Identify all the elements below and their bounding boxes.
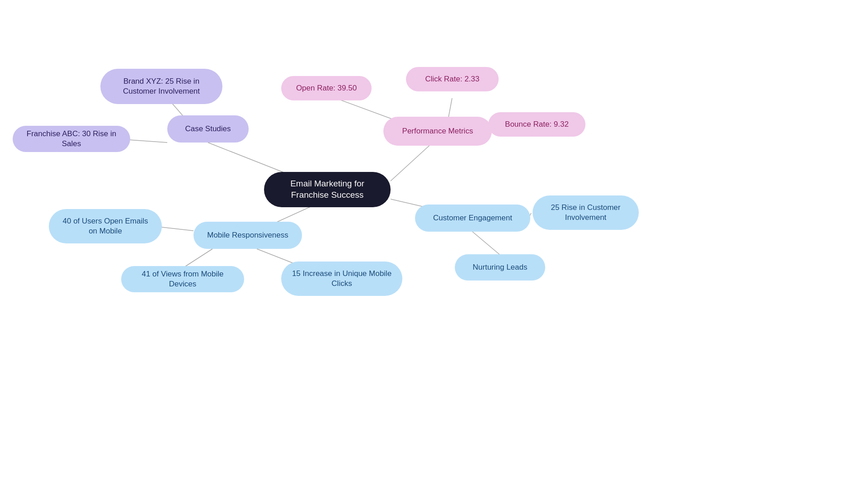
views-mobile-label: 41 of Views from Mobile Devices [131,269,234,289]
svg-line-10 [184,249,212,267]
rise-customer-label: 25 Rise in Customer Involvement [542,203,629,223]
unique-mobile-clicks-label: 15 Increase in Unique Mobile Clicks [291,269,392,289]
center-label: Email Marketing for Franchise Success [274,178,381,200]
customer-engagement-label: Customer Engagement [433,213,512,223]
bounce-rate-node: Bounce Rate: 9.32 [488,112,585,137]
franchise-abc-node: Franchise ABC: 30 Rise in Sales [13,126,130,152]
case-studies-label: Case Studies [185,124,231,134]
performance-metrics-label: Performance Metrics [402,126,473,136]
open-emails-mobile-label: 40 of Users Open Emails on Mobile [59,216,152,236]
rise-customer-node: 25 Rise in Customer Involvement [533,195,639,230]
unique-mobile-clicks-node: 15 Increase in Unique Mobile Clicks [281,262,402,296]
brand-xyz-label: Brand XYZ: 25 Rise in Customer Involveme… [110,76,212,96]
nurturing-leads-node: Nurturing Leads [455,254,545,281]
performance-metrics-node: Performance Metrics [383,117,492,146]
customer-engagement-node: Customer Engagement [415,205,530,232]
click-rate-label: Click Rate: 2.33 [425,74,480,84]
bounce-rate-label: Bounce Rate: 9.32 [505,119,569,129]
open-rate-label: Open Rate: 39.50 [296,83,357,93]
center-node: Email Marketing for Franchise Success [264,172,391,207]
svg-line-5 [129,140,167,143]
franchise-abc-label: Franchise ABC: 30 Rise in Sales [23,129,120,149]
case-studies-node: Case Studies [167,115,249,143]
click-rate-node: Click Rate: 2.33 [406,67,499,91]
open-rate-node: Open Rate: 39.50 [281,76,372,100]
svg-line-13 [472,232,501,256]
nurturing-leads-label: Nurturing Leads [473,262,528,272]
mobile-responsiveness-node: Mobile Responsiveness [193,222,302,249]
views-mobile-node: 41 of Views from Mobile Devices [121,266,244,292]
brand-xyz-node: Brand XYZ: 25 Rise in Customer Involveme… [100,69,222,104]
open-emails-mobile-node: 40 of Users Open Emails on Mobile [49,209,162,243]
mobile-responsiveness-label: Mobile Responsiveness [207,230,288,240]
svg-line-9 [157,227,193,231]
